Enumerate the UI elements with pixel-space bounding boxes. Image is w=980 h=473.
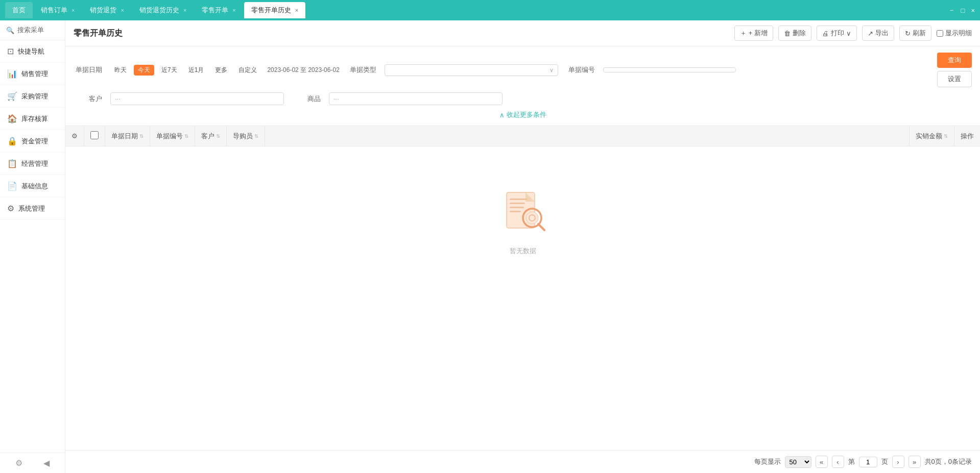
per-page-select[interactable]: 50 20 100 200 [785,456,811,468]
sidebar-icon-inventory: 🏠 [7,114,17,123]
empty-state: 暂无数据 [65,146,980,296]
minimize-btn[interactable]: － [948,6,955,15]
tab-sales-order[interactable]: 销售订单× [34,2,82,18]
tab-retail-bill-history[interactable]: 零售开单历史× [244,2,305,18]
first-page-btn[interactable]: « [816,456,828,468]
next-page-btn[interactable]: › [892,456,904,468]
date-opt-more[interactable]: 更多 [211,65,231,76]
svg-rect-2 [510,203,525,204]
print-icon: 🖨 [822,30,829,37]
window-controls: － □ × [948,6,975,15]
date-opt-1month[interactable]: 近1月 [184,65,208,76]
sidebar-label-operations: 经营管理 [21,159,48,168]
select-all-checkbox[interactable] [90,131,99,139]
sidebar-item-inventory[interactable]: 🏠 库存核算 [0,108,65,130]
tab-sales-return[interactable]: 销货退货× [83,2,131,18]
export-button[interactable]: ↗ 导出 [862,26,894,41]
sidebar-item-basic-info[interactable]: 📄 基础信息 [0,175,65,197]
prev-page-btn[interactable]: ‹ [832,456,844,468]
pagination: 每页显示 50 20 100 200 « ‹ 第 页 › » 共0页，0条记录 [65,450,980,473]
sidebar-item-finance[interactable]: 🔒 资金管理 [0,130,65,153]
sidebar-icon-sales-mgmt: 📊 [7,69,17,79]
tab-label-sales-order: 销售订单 [41,6,67,15]
date-opt-custom[interactable]: 自定义 [234,65,261,76]
sidebar-item-sales-mgmt[interactable]: 📊 销售管理 [0,63,65,85]
billno-sort[interactable]: 单据编号 ⇅ [156,132,188,141]
sidebar-item-operations[interactable]: 📋 经营管理 [0,153,65,175]
date-sort-icon: ⇅ [139,133,144,139]
collapse-icon: ∧ [499,111,505,119]
amount-sort[interactable]: 实销金额 ⇅ [916,132,948,141]
page-label: 第 [848,457,855,466]
maximize-btn[interactable]: □ [961,7,965,14]
content-area: 零售开单历史 ＋ + 新增 🗑 删除 🖨 打印 ∨ ↗ 导出 [65,20,980,473]
settings-icon[interactable]: ⚙ [15,458,22,468]
sidebar-label-finance: 资金管理 [21,137,48,146]
spacer-col-header [265,126,910,146]
close-btn[interactable]: × [971,7,975,14]
sidebar-label-sales-mgmt: 销售管理 [21,69,48,79]
date-range-display: 2023-06-02 至 2023-06-02 [267,66,339,74]
svg-line-7 [538,224,544,230]
delete-icon: 🗑 [784,30,791,37]
bill-no-input[interactable] [603,67,736,72]
date-label: 单据日期 [74,65,102,74]
sidebar-icon-purchase-mgmt: 🛒 [7,91,17,101]
sidebar-bottom: ⚙ ◀ [0,453,65,473]
refresh-icon: ↻ [905,30,911,37]
filter-area: 单据日期 昨天 今天 近7天 近1月 更多 自定义 2023-06-02 至 2… [65,46,980,126]
sidebar-label-quick-nav: 快捷导航 [18,47,44,56]
tab-label-retail-bill: 零售开单 [202,6,228,15]
query-button[interactable]: 查询 [937,53,972,68]
table-settings-icon[interactable]: ⚙ [71,132,78,140]
sidebar-item-system[interactable]: ⚙ 系统管理 [0,197,65,220]
bill-no-label: 单据编号 [566,65,595,74]
date-options: 昨天 今天 近7天 近1月 更多 自定义 2023-06-02 至 2023-0… [110,65,340,76]
sidebar-item-quick-nav[interactable]: ⊡ 快捷导航 [0,40,65,63]
tab-home[interactable]: 首页 [5,2,33,18]
set-button[interactable]: 设置 [937,71,972,87]
page-input[interactable] [859,457,877,467]
sidebar-search[interactable]: 🔍 搜索采单 [0,20,65,40]
amount-sort-icon: ⇅ [944,133,948,139]
add-button[interactable]: ＋ + 新增 [734,26,773,41]
customer-sort-icon: ⇅ [216,133,220,139]
salesperson-col-header: 导购员 ⇅ [227,126,265,146]
product-input[interactable]: ··· [329,92,503,105]
collapse-sidebar-icon[interactable]: ◀ [43,458,50,468]
sidebar-icon-operations: 📋 [7,159,17,168]
tab-retail-bill[interactable]: 零售开单× [195,2,243,18]
customer-sort[interactable]: 客户 ⇅ [201,132,220,141]
sidebar-icon-quick-nav: ⊡ [7,46,14,56]
last-page-btn[interactable]: » [909,456,921,468]
table-body: 暂无数据 [65,146,980,297]
print-button[interactable]: 🖨 打印 ∨ [817,26,857,41]
sidebar-icon-basic-info: 📄 [7,181,17,191]
tab-close-sales-order[interactable]: × [71,7,75,13]
sidebar-label-system: 系统管理 [18,204,45,213]
tab-close-sales-return[interactable]: × [121,7,124,13]
svg-point-6 [526,212,538,224]
refresh-button[interactable]: ↻ 刷新 [899,26,931,41]
table-header-row: ⚙ 单据日期 ⇅ 单据编号 [65,126,980,146]
tab-close-retail-bill-history[interactable]: × [295,7,298,13]
customer-input[interactable]: ··· [110,92,284,105]
sidebar-icon-finance: 🔒 [7,136,17,146]
per-page-label: 每页显示 [754,457,781,466]
salesperson-sort[interactable]: 导购员 ⇅ [233,132,258,141]
tab-close-sales-return-history[interactable]: × [183,7,186,13]
empty-illustration [497,187,548,238]
tab-sales-return-history[interactable]: 销货退货历史× [132,2,194,18]
display-detail-checkbox[interactable] [937,30,943,37]
date-sort[interactable]: 单据日期 ⇅ [111,132,144,141]
date-opt-today[interactable]: 今天 [134,65,154,76]
collapse-more-btn[interactable]: ∧ 收起更多条件 [499,110,546,119]
date-opt-7days[interactable]: 近7天 [157,65,181,76]
tab-close-retail-bill[interactable]: × [232,7,235,13]
date-opt-yesterday[interactable]: 昨天 [110,65,131,76]
delete-button[interactable]: 🗑 删除 [778,26,811,41]
bill-type-select[interactable]: ∨ [385,64,558,76]
display-detail-toggle[interactable]: 显示明细 [937,29,972,38]
bill-type-label: 单据类型 [348,65,376,74]
sidebar-item-purchase-mgmt[interactable]: 🛒 采购管理 [0,85,65,108]
